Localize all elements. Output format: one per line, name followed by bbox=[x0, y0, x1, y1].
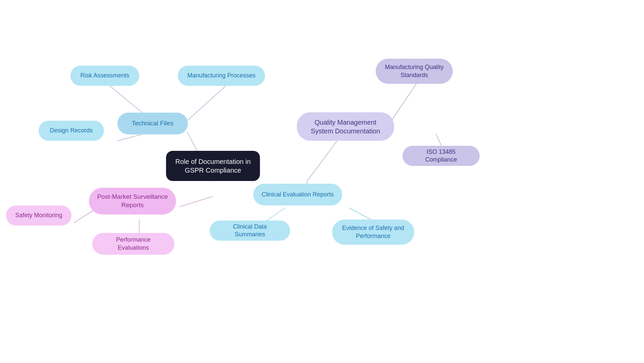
qms-node: Quality Management System Documentation bbox=[297, 112, 394, 141]
clinical-data-node: Clinical Data Summaries bbox=[210, 221, 290, 241]
safety-monitoring-label: Safety Monitoring bbox=[15, 211, 62, 219]
post-market-label: Post-Market Surveillance Reports bbox=[96, 193, 169, 209]
svg-line-2 bbox=[187, 84, 228, 121]
evidence-node: Evidence of Safety and Performance bbox=[332, 220, 414, 245]
manufacturing-processes-label: Manufacturing Processes bbox=[187, 72, 255, 79]
svg-line-7 bbox=[179, 196, 213, 207]
iso-node: ISO 13485 Compliance bbox=[402, 146, 480, 166]
technical-files-node: Technical Files bbox=[117, 113, 188, 134]
design-records-node: Design Records bbox=[39, 121, 104, 141]
clinical-data-label: Clinical Data Summaries bbox=[217, 223, 283, 239]
manufacturing-processes-node: Manufacturing Processes bbox=[178, 66, 265, 86]
mfg-quality-label: Manufacturing Quality Standards bbox=[383, 63, 445, 79]
svg-line-4 bbox=[307, 134, 342, 181]
performance-eval-node: Performance Evaluations bbox=[92, 233, 174, 255]
safety-monitoring-node: Safety Monitoring bbox=[6, 205, 71, 226]
evidence-label: Evidence of Safety and Performance bbox=[339, 224, 407, 240]
iso-label: ISO 13485 Compliance bbox=[410, 148, 472, 164]
risk-assessments-label: Risk Assessments bbox=[80, 72, 129, 79]
clinical-eval-node: Clinical Evaluation Reports bbox=[253, 184, 342, 205]
qms-label: Quality Management System Documentation bbox=[304, 118, 387, 135]
risk-assessments-node: Risk Assessments bbox=[70, 66, 139, 86]
svg-line-5 bbox=[389, 79, 419, 124]
design-records-label: Design Records bbox=[50, 127, 93, 134]
technical-files-label: Technical Files bbox=[132, 119, 174, 128]
performance-eval-label: Performance Evaluations bbox=[100, 236, 167, 252]
clinical-eval-label: Clinical Evaluation Reports bbox=[262, 191, 334, 198]
center-label: Role of Documentation in GSPR Compliance bbox=[173, 157, 253, 175]
mfg-quality-node: Manufacturing Quality Standards bbox=[376, 59, 453, 84]
center-node: Role of Documentation in GSPR Compliance bbox=[166, 151, 260, 181]
post-market-node: Post-Market Surveillance Reports bbox=[89, 188, 176, 215]
